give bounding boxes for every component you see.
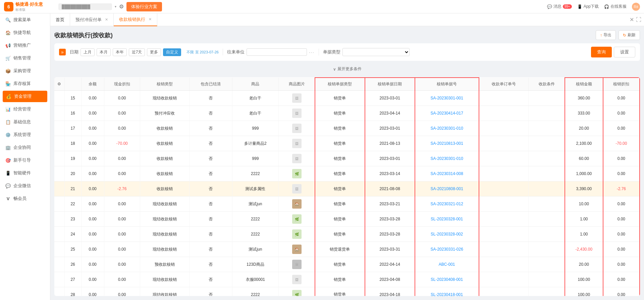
sidebar-item-system[interactable]: ⚙️ 系统管理 <box>0 128 50 141</box>
product-img: 🌿 <box>292 229 302 239</box>
message-item[interactable]: 💬 消息 99+ <box>547 4 572 9</box>
tab-close-action-icon[interactable]: ✕ <box>630 16 634 23</box>
sidebar-label-smart-hw: 智能硬件 <box>13 170 31 176</box>
table-row: 19 0.00 0.00 收款核销 否 999 🖼 销货单 2023-03-01… <box>54 151 640 166</box>
refresh-label: 刷新 <box>628 32 636 38</box>
td-cancel-bill-no[interactable]: ABC-001 <box>415 257 479 272</box>
chevron-down-icon[interactable]: ▾ <box>115 5 116 8</box>
td-cancel-discount: 0.00 <box>603 166 640 181</box>
td-cancel-bill-no[interactable]: SA-20230301-010 <box>415 121 479 136</box>
partner-dots[interactable]: ··· <box>309 50 315 55</box>
td-cancel-amount: 1.00 <box>565 212 603 227</box>
td-cancel-bill-no[interactable]: SL-20230328-002 <box>415 227 479 242</box>
td-included: 否 <box>190 257 232 272</box>
td-cancel-bill-no[interactable]: SL-20230408-001 <box>415 272 479 287</box>
expand-more-button[interactable]: ∨ 展开更多条件 <box>333 66 362 72</box>
td-product-img: 🏠 <box>279 197 315 212</box>
product-img: 🌿 <box>292 214 302 224</box>
online-service-item[interactable]: 🎧 在线客服 <box>604 4 627 9</box>
page-header: 收款核销执行(按收款) ↑ 导出 ↻ 刷新 <box>54 30 640 40</box>
bill-type-select[interactable] <box>342 48 410 56</box>
td-receipt-order-no <box>479 272 529 287</box>
td-cancel-bill-no[interactable]: SA-20210808-001 <box>415 181 479 197</box>
collection-tab-close-icon[interactable]: ✕ <box>149 17 152 22</box>
tab-expand-icon[interactable]: ⛶ <box>636 17 641 23</box>
th-cancel-type: 核销类型 <box>140 78 190 91</box>
partner-input[interactable] <box>247 48 307 56</box>
refresh-button[interactable]: ↻ 刷新 <box>619 30 640 40</box>
avatar[interactable]: Rit <box>632 3 640 11</box>
td-receipt-condition <box>529 181 565 197</box>
filter-expand-toggle[interactable]: » <box>59 49 66 55</box>
td-cancel-type: 预付冲应收 <box>140 106 190 121</box>
refresh-icon: ↻ <box>623 33 626 38</box>
more-btn[interactable]: 更多 <box>147 48 161 56</box>
marketing-icon: 📢 <box>5 43 11 48</box>
tab-collection[interactable]: 收款核销执行 ✕ <box>114 13 157 26</box>
sidebar-item-member[interactable]: V 畅会员 <box>0 192 50 205</box>
sidebar-item-marketing[interactable]: 📢 营销推广 <box>0 39 50 52</box>
app-download-item[interactable]: 📱 App下载 <box>577 4 599 9</box>
td-included: 否 <box>190 287 232 296</box>
sidebar-item-quick-nav[interactable]: 🏠 快捷导航 <box>0 26 50 39</box>
table-row: 21 0.00 -2.76 收款核销 否 测试多属性 🖼 销货单 2021-08… <box>54 181 640 197</box>
sidebar-item-sales[interactable]: 🛒 销售管理 <box>0 52 50 65</box>
td-cancel-type: 收款核销 <box>140 136 190 151</box>
last-month-btn[interactable]: 上月 <box>80 48 95 56</box>
td-cancel-bill-no[interactable]: SL-20230328-001 <box>415 212 479 227</box>
td-product-img: 🌿 <box>279 212 315 227</box>
export-button[interactable]: ↑ 导出 <box>596 30 616 40</box>
sidebar-item-basic-info[interactable]: 📋 基础信息 <box>0 116 50 128</box>
td-receipt-condition <box>529 272 565 287</box>
product-img: 🏛 <box>292 260 302 269</box>
header-actions: ↑ 导出 ↻ 刷新 <box>596 30 640 40</box>
this-year-btn[interactable]: 本年 <box>113 48 127 56</box>
td-cancel-bill-date: 2023-03-01 <box>365 121 415 136</box>
td-settings <box>54 212 64 227</box>
this-month-btn[interactable]: 本月 <box>97 48 111 56</box>
td-balance: 0.00 <box>81 181 104 197</box>
product-img: 🖼 <box>292 275 302 284</box>
td-balance: 0.00 <box>81 212 104 227</box>
td-cancel-bill-type: 销货单 <box>315 257 365 272</box>
td-cancel-bill-no[interactable]: SA-20230314-008 <box>415 166 479 181</box>
td-cancel-bill-no[interactable]: SL-20230418-001 <box>415 287 479 296</box>
td-cancel-bill-no[interactable]: SA-20230301-001 <box>415 91 479 106</box>
td-cancel-amount: 20.00 <box>565 257 603 272</box>
custom-btn[interactable]: 自定义 <box>163 48 181 56</box>
sidebar-item-search[interactable]: 🔍 搜索菜单 <box>0 13 50 26</box>
td-cancel-bill-date: 2023-03-28 <box>365 212 415 227</box>
td-seq: 27 <box>64 272 81 287</box>
td-cancel-bill-date: 2023-04-14 <box>365 106 415 121</box>
last7-btn[interactable]: 近7天 <box>129 48 145 56</box>
sidebar-item-purchase[interactable]: 📦 采购管理 <box>0 65 50 77</box>
sidebar-item-finance[interactable]: 💰 资金管理 <box>3 91 47 102</box>
td-settings <box>54 121 64 136</box>
td-cancel-bill-no[interactable]: SA-20230301-010 <box>415 151 479 166</box>
industry-button[interactable]: 体验行业方案 <box>126 2 162 11</box>
sidebar-item-inventory[interactable]: 🏪 库存核算 <box>0 77 50 90</box>
td-balance: 0.00 <box>81 197 104 212</box>
product-img: 🖼 <box>292 184 302 194</box>
tab-home[interactable]: 首页 <box>50 13 70 26</box>
td-cancel-bill-no[interactable]: SA-20210813-001 <box>415 136 479 151</box>
sidebar-item-wechat[interactable]: 💬 企业微信 <box>0 179 50 192</box>
sidebar-item-operations[interactable]: 📊 经营管理 <box>0 103 50 116</box>
setting-button[interactable]: 设置 <box>614 47 635 57</box>
td-receipt-order-no <box>479 257 529 272</box>
gear-button[interactable]: ⚙ <box>119 3 124 10</box>
sidebar-item-smart-hw[interactable]: 📱 智能硬件 <box>0 167 50 179</box>
sidebar-item-guide[interactable]: 🎯 新手引导 <box>0 154 50 167</box>
td-cancel-bill-no[interactable]: SA-20230321-012 <box>415 197 479 212</box>
sales-icon: 🛒 <box>5 56 11 61</box>
th-settings[interactable]: ⚙ <box>54 78 64 91</box>
td-cancel-bill-no[interactable]: SA-20230414-017 <box>415 106 479 121</box>
prepay-tab-close-icon[interactable]: ✕ <box>105 17 108 22</box>
sidebar-item-enterprise[interactable]: 🏢 企业协同 <box>0 141 50 154</box>
tab-prepay[interactable]: 预付冲应付单 ✕ <box>70 13 114 26</box>
wechat-icon: 💬 <box>5 183 11 188</box>
td-receipt-condition <box>529 121 565 136</box>
td-cancel-bill-no[interactable]: SA-20230331-026 <box>415 242 479 257</box>
query-button[interactable]: 查询 <box>591 47 612 57</box>
table-header-row: ⚙ 余额 现金折扣 核销类型 包含已结清 商品 商品图片 核销单据类型 核销单据… <box>54 78 640 91</box>
